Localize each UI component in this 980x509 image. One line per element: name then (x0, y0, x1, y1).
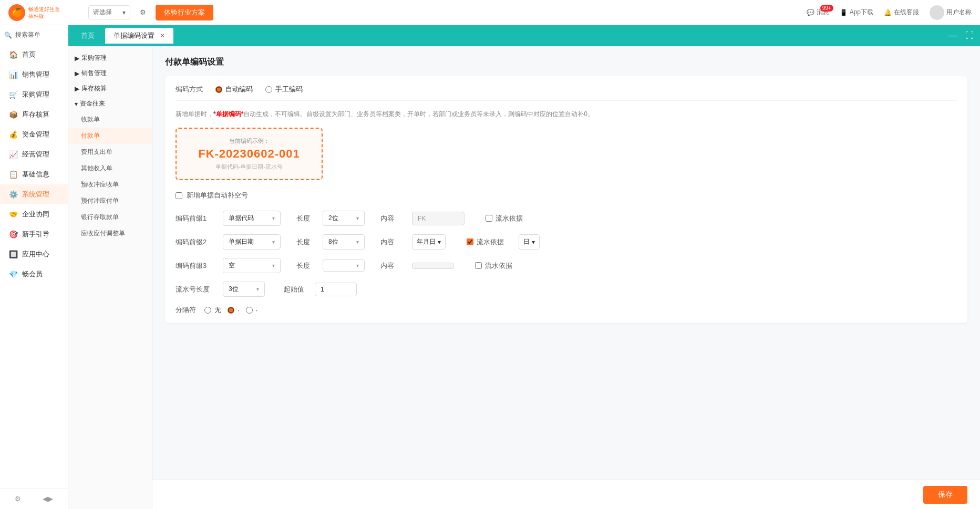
sidebar-item-member[interactable]: 💎 畅会员 (0, 264, 68, 284)
separator-dash-radio[interactable] (246, 307, 253, 314)
serial2-checkbox[interactable] (467, 238, 473, 245)
sidebar-item-enterprise[interactable]: 🤝 企业协同 (0, 204, 68, 224)
sidebar-item-label: 销售管理 (22, 70, 49, 79)
user-area[interactable]: 用户名称 (930, 5, 972, 20)
tab-home[interactable]: 首页 (73, 28, 103, 44)
auto-encode-radio[interactable] (215, 86, 222, 93)
sub-group-inventory-label: 库存核算 (81, 84, 107, 93)
separator-label: 分隔符 (176, 305, 196, 315)
sub-item-expense[interactable]: 费用支出单 (68, 144, 152, 160)
length1-label: 长度 (296, 214, 312, 223)
experience-button[interactable]: 体验行业方案 (156, 5, 213, 20)
content3-value (412, 263, 454, 269)
main-content-wrapper: 付款单编码设置 编码方式 自动编码 手工编码 (152, 46, 980, 509)
sub-group-purchase[interactable]: ▶ 采购管理 (68, 50, 152, 66)
length1-select[interactable]: 2位 ▾ (323, 211, 365, 226)
auto-fill-label: 新增单据自动补空号 (187, 191, 248, 200)
auto-encode-option[interactable]: 自动编码 (215, 85, 253, 94)
settings-row-1: 编码前缀1 单据代码 ▾ 长度 2位 ▾ 内容 FK (176, 211, 957, 226)
sub-item-bank[interactable]: 银行存取款单 (68, 209, 152, 225)
save-button[interactable]: 保存 (923, 486, 967, 504)
sub-item-prepay-recv[interactable]: 预收冲应收单 (68, 176, 152, 193)
flow-row: 流水号长度 3位 ▾ 起始值 1 (176, 282, 957, 297)
message-button[interactable]: 💬 消息 99+ (807, 8, 829, 17)
sub-item-payment[interactable]: 付款单 (68, 128, 152, 144)
sidebar-item-operation[interactable]: 📈 经营管理 (0, 144, 68, 164)
separator-none-radio[interactable] (204, 307, 211, 314)
sub-item-other-income[interactable]: 其他收入单 (68, 160, 152, 176)
serial-length-select[interactable]: 3位 ▾ (223, 282, 265, 297)
sub-group-purchase-label: 采购管理 (81, 54, 107, 63)
sidebar-item-system[interactable]: ⚙️ 系统管理 (0, 184, 68, 204)
gear-button[interactable]: ⚙ (135, 4, 151, 21)
sub-group-sales[interactable]: ▶ 销售管理 (68, 66, 152, 81)
topbar-dropdown[interactable]: 请选择 ▾ (88, 5, 130, 19)
prefix3-select[interactable]: 空 ▾ (223, 258, 281, 273)
prefix1-select[interactable]: 单据代码 ▾ (223, 211, 281, 226)
page-title: 付款单编码设置 (165, 57, 967, 68)
sidebar-item-label: 经营管理 (22, 150, 49, 159)
tab-close-icon[interactable]: ✕ (160, 32, 165, 39)
separator-dot-radio[interactable] (228, 307, 234, 314)
settings-bottom-icon[interactable]: ⚙ (15, 495, 21, 503)
prefix2-select[interactable]: 单据日期 ▾ (223, 234, 281, 250)
chevron-down-icon: ▾ (122, 9, 126, 16)
finance-icon: 💰 (8, 130, 18, 139)
sub-item-other-income-label: 其他收入单 (81, 164, 112, 172)
manual-encode-option[interactable]: 手工编码 (265, 85, 303, 94)
sub-item-prepay-pay[interactable]: 预付冲应付单 (68, 193, 152, 209)
sidebar-item-inventory[interactable]: 📦 库存核算 (0, 105, 68, 124)
sub-item-adjustment[interactable]: 应收应付调整单 (68, 225, 152, 242)
sidebar-item-label: 系统管理 (22, 190, 49, 199)
sidebar-item-finance[interactable]: 💰 资金管理 (0, 124, 68, 144)
online-service-button[interactable]: 🔔 在线客服 (884, 8, 919, 17)
sidebar-item-guide[interactable]: 🎯 新手引导 (0, 224, 68, 244)
length3-select[interactable]: ▾ (323, 259, 365, 272)
home-icon: 🏠 (8, 50, 18, 59)
separator-dash-option[interactable]: · (246, 306, 258, 314)
content2-select[interactable]: 年月日 ▾ (412, 234, 446, 250)
tab-minimize-icon[interactable]: — (946, 29, 959, 43)
chevron-right-icon: ▶ (75, 70, 79, 77)
serial1-checkbox[interactable] (486, 215, 492, 222)
auto-fill-checkbox[interactable] (176, 192, 182, 199)
manual-encode-label: 手工编码 (275, 85, 303, 94)
logo-text: 畅通道好生意 插件版 (28, 6, 60, 19)
length2-arrow-icon: ▾ (356, 239, 359, 245)
content2-arrow-icon: ▾ (438, 238, 441, 246)
sub-group-inventory[interactable]: ▶ 库存核算 (68, 81, 152, 96)
sidebar-item-basic[interactable]: 📋 基础信息 (0, 164, 68, 184)
manual-encode-radio[interactable] (265, 86, 272, 93)
sub-item-receipt[interactable]: 收款单 (68, 111, 152, 128)
length2-value: 8位 (328, 237, 338, 246)
sub-item-bank-label: 银行存取款单 (81, 213, 119, 221)
sidebar-item-label: 新手引导 (22, 230, 49, 239)
sidebar-item-apps[interactable]: 🔲 应用中心 (0, 244, 68, 264)
sub-group-sales-label: 销售管理 (81, 69, 107, 78)
period2-select[interactable]: 日 ▾ (519, 234, 540, 250)
sidebar-search[interactable]: 🔍 搜索菜单 (0, 25, 68, 45)
content2-value: 年月日 (417, 237, 436, 246)
app-download-button[interactable]: 📱 App下载 (840, 8, 873, 17)
sidebar-item-sales[interactable]: 📊 销售管理 (0, 65, 68, 85)
tab-encode-settings[interactable]: 单据编码设置 ✕ (105, 28, 173, 44)
period2-value: 日 (523, 237, 530, 246)
serial3-checkbox[interactable] (475, 262, 482, 269)
sub-item-prepay-pay-label: 预付冲应付单 (81, 197, 119, 204)
sidebar-item-purchase[interactable]: 🛒 采购管理 (0, 85, 68, 105)
encode-card: 编码方式 自动编码 手工编码 新增单据时 (165, 76, 967, 323)
sidebar-item-label: 企业协同 (22, 210, 49, 219)
length2-select[interactable]: 8位 ▾ (323, 234, 365, 250)
sub-group-fund[interactable]: ▾ 资金往来 (68, 96, 152, 111)
tab-maximize-icon[interactable]: ⛶ (963, 29, 976, 43)
collapse-icon[interactable]: ◀▶ (43, 495, 53, 503)
online-service-icon: 🔔 (884, 9, 892, 16)
content1-label: 内容 (380, 214, 401, 223)
length2-label: 长度 (296, 237, 312, 247)
prefix3-value: 空 (229, 261, 235, 270)
start-value-input[interactable]: 1 (315, 283, 357, 296)
sidebar-item-home[interactable]: 🏠 首页 (0, 45, 68, 65)
separator-dot-option[interactable]: · (228, 306, 240, 314)
length1-value: 2位 (328, 214, 338, 223)
separator-none-option[interactable]: 无 (204, 305, 221, 315)
